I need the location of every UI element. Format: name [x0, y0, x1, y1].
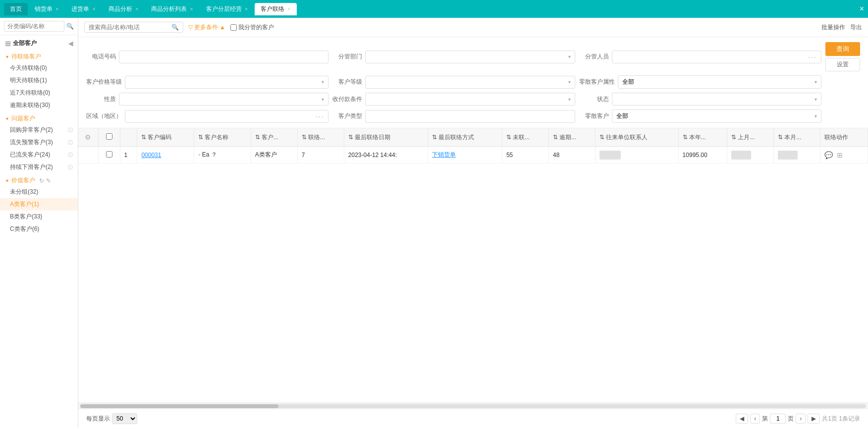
region-select[interactable]: ··· — [125, 110, 328, 123]
query-button[interactable]: 查询 — [825, 42, 860, 56]
sidebar-item-overdue-pending[interactable]: 逾期未联络(30) — [0, 99, 78, 111]
td-this-year: 10995.00 — [678, 147, 727, 163]
table-row: 1 000031 ▪ Ea ？ A类客户 7 2023-04-12 14:44: — [78, 147, 868, 163]
th-nc-label: 未联... — [513, 133, 530, 142]
my-customers-checkbox[interactable] — [230, 24, 237, 31]
tab-customer-tier[interactable]: 客户分层经营 × — [200, 3, 254, 15]
prev-page-btn[interactable]: ‹ — [750, 414, 760, 424]
field-payment: 收付款条件 ▾ — [332, 93, 575, 106]
select-all-checkbox[interactable] — [106, 133, 112, 140]
status-select[interactable]: ▾ — [612, 93, 821, 106]
sidebar-item-churned[interactable]: 已流失客户(24) ⓘ — [0, 149, 78, 161]
tab-home[interactable]: 首页 — [4, 3, 28, 15]
person-label: 分管人员 — [579, 53, 609, 61]
total-label: 共1页 1条记录 — [822, 415, 860, 423]
phone-input[interactable] — [119, 51, 328, 63]
sidebar-item-unclassified[interactable]: 未分组(32) — [0, 186, 78, 198]
tab-customer-tier-close[interactable]: × — [245, 6, 248, 12]
sidebar-item-class-b[interactable]: B类客户(33) — [0, 211, 78, 223]
th-last-contact-method: ⇅ 最后联络方式 — [428, 128, 502, 147]
th-checkbox — [98, 128, 120, 147]
info-icon-4: ⓘ — [68, 164, 73, 171]
sidebar-item-class-a[interactable]: A类客户(1) — [0, 198, 78, 211]
field-region: 区域（地区） ··· — [86, 110, 328, 123]
price-grade-select[interactable]: ▾ — [125, 76, 328, 89]
tab-customer-tier-label: 客户分层经营 — [206, 5, 242, 13]
tab-goods-analysis-list[interactable]: 商品分析列表 × — [145, 3, 199, 15]
field-dept: 分管部门 ▾ — [332, 51, 575, 63]
customer-code-link[interactable]: 000031 — [141, 152, 161, 159]
first-page-btn[interactable]: ◀ — [736, 414, 748, 424]
td-row-actions: 💬 ⊞ — [820, 147, 868, 163]
th-od-sort: ⇅ — [553, 134, 558, 141]
scrollbar-track — [80, 404, 866, 408]
batch-op-btn[interactable]: 批量操作 — [821, 23, 845, 32]
tab-goods-analysis-list-close[interactable]: × — [190, 6, 193, 12]
tab-sales[interactable]: 销货单 × — [29, 3, 64, 15]
contact-method-link[interactable]: 下销货单 — [432, 151, 456, 158]
sidebar-item-churn-warning[interactable]: 流失预警客户(3) ⓘ — [0, 136, 78, 149]
search-input-icon: 🔍 — [171, 24, 179, 31]
th-lcd-sort: ⇅ — [348, 134, 353, 141]
tab-customer-contact[interactable]: 客户联络 × — [255, 3, 296, 15]
item-label: 已流失客户(24) — [10, 151, 50, 159]
sidebar-item-class-c[interactable]: C类客户(6) — [0, 223, 78, 235]
search-input[interactable] — [89, 24, 169, 31]
collapse-icon[interactable]: ◀ — [68, 40, 73, 47]
price-grade-chevron: ▾ — [322, 79, 324, 85]
filter-row-2: 客户价格等级 ▾ 客户等级 ▾ 零散客户属性 全部 — [86, 75, 860, 89]
row-checkbox[interactable] — [106, 151, 112, 158]
tab-purchase[interactable]: 进货单 × — [65, 3, 101, 15]
filter-panel: 电话号码 分管部门 ▾ 分管人员 ··· — [78, 37, 868, 128]
sidebar-item-7day-pending[interactable]: 近7天待联络(0) — [0, 87, 78, 99]
retail-customer-select[interactable]: 全部 ▾ — [612, 109, 821, 123]
last-page-btn[interactable]: ▶ — [808, 414, 820, 424]
customer-type-input[interactable] — [365, 110, 575, 123]
retail-attr-select[interactable]: 全部 ▾ — [618, 75, 821, 89]
edit-icon[interactable]: ✎ — [46, 177, 51, 184]
tab-customer-contact-close[interactable]: × — [287, 6, 290, 12]
page-input[interactable] — [770, 414, 786, 424]
per-page-label: 每页显示 — [86, 415, 110, 423]
th-nc-sort: ⇅ — [506, 134, 511, 141]
setting-button[interactable]: 设置 — [825, 58, 860, 71]
gear-button[interactable]: ⚙ — [84, 132, 92, 142]
scrollbar-thumb[interactable] — [80, 404, 278, 408]
td-unit-contact — [596, 147, 679, 163]
action-buttons: 批量操作 导出 — [821, 23, 862, 32]
filter-row-1: 电话号码 分管部门 ▾ 分管人员 ··· — [86, 42, 860, 71]
sidebar-search-input[interactable] — [4, 21, 64, 32]
all-customers-label: 全部客户 — [13, 39, 37, 48]
person-select[interactable]: ··· — [612, 51, 821, 63]
btn-group: 查询 设置 — [825, 42, 860, 71]
th-last-contact-date: ⇅ 最后联络日期 — [344, 128, 428, 147]
tab-goods-analysis[interactable]: 商品分析 × — [103, 3, 144, 15]
nature-select[interactable]: ▾ — [119, 93, 328, 106]
customer-grade-select[interactable]: ▾ — [365, 76, 575, 89]
sidebar-item-declining[interactable]: 持续下滑客户(2) ⓘ — [0, 161, 78, 173]
refresh-icon[interactable]: ↻ — [39, 177, 44, 184]
top-nav: 首页 销货单 × 进货单 × 商品分析 × 商品分析列表 × 客户分层经营 × … — [0, 0, 868, 18]
payment-select[interactable]: ▾ — [365, 93, 575, 106]
tab-goods-analysis-close[interactable]: × — [135, 6, 138, 12]
status-chevron: ▾ — [814, 97, 817, 102]
tab-purchase-close[interactable]: × — [92, 6, 95, 12]
per-page-select[interactable]: 50 100 200 — [112, 413, 137, 424]
main-area: 🔍 ⊞ 全部客户 ◀ ▼ 待联络客户 今天待联络(0) 明天待联络(1) 近7天… — [0, 18, 868, 428]
td-overdue: 48 — [548, 147, 595, 163]
close-all-btn[interactable]: × — [860, 4, 864, 13]
sidebar-item-tomorrow-pending[interactable]: 明天待联络(1) — [0, 74, 78, 87]
next-page-btn[interactable]: › — [796, 414, 806, 424]
search-bar: 🔍 ▽ 更多条件 ▲ 我分管的客户 批量操作 导出 — [78, 18, 868, 37]
row-actions: 💬 ⊞ — [824, 151, 864, 159]
more-filter-btn[interactable]: ▽ 更多条件 ▲ — [188, 23, 225, 32]
person-dots: ··· — [808, 53, 817, 61]
sidebar-item-repurchase-abnormal[interactable]: 回购异常客户(2) ⓘ — [0, 124, 78, 136]
th-od-label: 逾期... — [559, 133, 576, 142]
sidebar-item-today-pending[interactable]: 今天待联络(0) — [0, 62, 78, 74]
dept-select[interactable]: ▾ — [365, 51, 575, 63]
clipboard-icon[interactable]: ⊞ — [837, 151, 843, 159]
export-btn[interactable]: 导出 — [850, 23, 862, 32]
tab-sales-close[interactable]: × — [55, 6, 58, 12]
chat-icon[interactable]: 💬 — [824, 151, 833, 159]
